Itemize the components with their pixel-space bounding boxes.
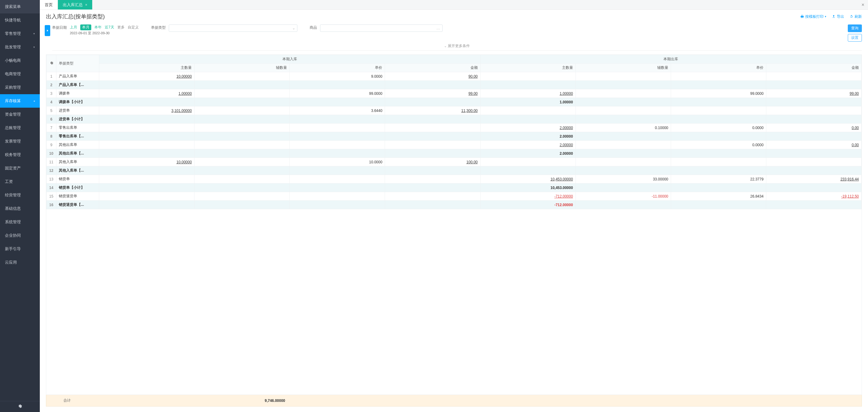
table-cell[interactable]: 10.00000 bbox=[99, 158, 194, 166]
totals-out-main: 9,746.00000 bbox=[251, 399, 288, 403]
table-cell: 9.0000 bbox=[290, 72, 385, 81]
table-cell bbox=[766, 115, 861, 124]
table-cell[interactable]: 99.00 bbox=[766, 89, 861, 98]
table-cell[interactable]: -19,112.50 bbox=[766, 192, 861, 201]
pill-last-month[interactable]: 上月 bbox=[70, 25, 77, 30]
export-button[interactable]: 导出 bbox=[832, 14, 844, 19]
sidebar-item-13[interactable]: 工资 bbox=[0, 175, 40, 188]
table-cell bbox=[99, 183, 194, 192]
table-cell[interactable]: 99.00 bbox=[385, 89, 480, 98]
close-icon[interactable]: × bbox=[85, 3, 87, 7]
sidebar-item-19[interactable]: 云应用 bbox=[0, 256, 40, 269]
pill-recent7[interactable]: 近7天 bbox=[105, 25, 114, 30]
product-input[interactable]: … bbox=[320, 25, 442, 32]
th-out-main[interactable]: 主数量 bbox=[480, 64, 576, 72]
row-index: 2 bbox=[46, 81, 56, 89]
sidebar-item-label: 快捷导航 bbox=[5, 18, 21, 23]
sidebar-item-7[interactable]: 库存核算◂ bbox=[0, 94, 40, 108]
table-cell[interactable]: 10.00000 bbox=[99, 72, 194, 81]
th-out-price[interactable]: 单价 bbox=[671, 64, 766, 72]
sidebar-item-12[interactable]: 固定资产 bbox=[0, 162, 40, 175]
table-cell[interactable]: 1.00000 bbox=[99, 89, 194, 98]
table-scroll[interactable]: 单据类型 本期入库 本期出库 主数量 辅数量 单价 金额 主数量 辅数量 单价 … bbox=[46, 55, 862, 395]
table-cell[interactable]: 1.00000 bbox=[480, 89, 576, 98]
sidebar-item-label: 资金管理 bbox=[5, 112, 21, 117]
th-in-aux[interactable]: 辅数量 bbox=[194, 64, 290, 72]
table-cell bbox=[385, 201, 480, 209]
th-out-aux[interactable]: 辅数量 bbox=[576, 64, 671, 72]
sidebar-item-0[interactable]: 搜索菜单 bbox=[0, 0, 40, 13]
table-cell bbox=[99, 132, 194, 141]
tab-active[interactable]: 出入库汇总 × bbox=[58, 0, 93, 9]
table-cell bbox=[766, 72, 861, 81]
table-cell[interactable]: 11,300.00 bbox=[385, 106, 480, 115]
table-cell[interactable]: 90.00 bbox=[385, 72, 480, 81]
table-cell[interactable]: 233,916.44 bbox=[766, 175, 861, 183]
sidebar-item-6[interactable]: 采购管理 bbox=[0, 81, 40, 94]
settings-button[interactable]: 设置 bbox=[848, 34, 862, 42]
column-settings-button[interactable] bbox=[46, 55, 56, 72]
table-cell bbox=[576, 81, 671, 89]
table-cell[interactable]: 3,101.00000 bbox=[99, 106, 194, 115]
th-in-amount[interactable]: 金额 bbox=[385, 64, 480, 72]
table-cell[interactable]: 2.00000 bbox=[480, 141, 576, 149]
tab-home[interactable]: 首页 bbox=[40, 0, 58, 9]
sidebar-item-18[interactable]: 新手引导 bbox=[0, 242, 40, 256]
table-cell bbox=[385, 175, 480, 183]
pill-custom[interactable]: 自定义 bbox=[128, 25, 139, 30]
chevron-left-icon: ◂ bbox=[33, 99, 35, 102]
sidebar-item-15[interactable]: 基础信息 bbox=[0, 202, 40, 215]
table-cell[interactable]: -712.00000 bbox=[480, 192, 576, 201]
chevron-down-icon: ⌄ bbox=[444, 44, 446, 48]
sidebar-item-9[interactable]: 总账管理 bbox=[0, 121, 40, 135]
table-cell bbox=[385, 81, 480, 89]
print-by-template-button[interactable]: 按模板打印 ▾ bbox=[800, 14, 826, 19]
search-button[interactable]: 查询 bbox=[848, 25, 862, 32]
close-all-tabs[interactable]: × bbox=[858, 2, 868, 8]
sidebar-item-3[interactable]: 批发管理▾ bbox=[0, 40, 40, 54]
table-cell[interactable]: 100.00 bbox=[385, 158, 480, 166]
expand-more-conditions[interactable]: ⌄展开更多条件 bbox=[52, 42, 862, 51]
sidebar-item-5[interactable]: 电商管理 bbox=[0, 67, 40, 81]
table-cell[interactable]: 10,453.00000 bbox=[480, 175, 576, 183]
table-cell bbox=[99, 81, 194, 89]
sidebar-item-4[interactable]: 小畅电商 bbox=[0, 54, 40, 67]
table-cell bbox=[766, 149, 861, 158]
ellipsis-icon: … bbox=[436, 26, 440, 30]
th-out-amount[interactable]: 金额 bbox=[766, 64, 861, 72]
table-cell bbox=[671, 98, 766, 106]
sidebar-item-10[interactable]: 发票管理 bbox=[0, 135, 40, 148]
sidebar-item-2[interactable]: 零售管理▾ bbox=[0, 27, 40, 40]
th-in-price[interactable]: 单价 bbox=[290, 64, 385, 72]
th-in-main[interactable]: 主数量 bbox=[99, 64, 194, 72]
settings-icon[interactable] bbox=[18, 404, 22, 409]
sidebar-item-16[interactable]: 系统管理 bbox=[0, 215, 40, 229]
table-cell: 26.8434 bbox=[671, 192, 766, 201]
pill-more[interactable]: 更多 bbox=[117, 25, 125, 30]
table-cell[interactable]: 0.00 bbox=[766, 124, 861, 132]
table-row: 2产品入库单【... bbox=[46, 81, 862, 89]
refresh-button[interactable]: 刷新 bbox=[849, 14, 862, 19]
row-name: 其他出库单 bbox=[56, 141, 99, 149]
sidebar-item-1[interactable]: 快捷导航 bbox=[0, 13, 40, 27]
pill-this-year[interactable]: 本年 bbox=[94, 25, 102, 30]
sidebar-item-17[interactable]: 企业协同 bbox=[0, 229, 40, 242]
th-doc-type[interactable]: 单据类型 bbox=[56, 55, 99, 72]
pill-this-month[interactable]: 本月 bbox=[80, 25, 91, 30]
table-cell: 2.00000 bbox=[480, 132, 576, 141]
sidebar-item-label: 工资 bbox=[5, 179, 13, 184]
sidebar-item-14[interactable]: 经营管理 bbox=[0, 188, 40, 202]
table-cell bbox=[194, 81, 290, 89]
sidebar-item-label: 发票管理 bbox=[5, 139, 21, 144]
export-icon bbox=[832, 15, 836, 19]
table-cell: 10,453.00000 bbox=[480, 183, 576, 192]
doc-type-select[interactable]: ⌄ bbox=[169, 25, 298, 32]
table-cell[interactable]: 2.00000 bbox=[480, 124, 576, 132]
sidebar-item-8[interactable]: 资金管理 bbox=[0, 108, 40, 121]
row-name: 零售出库单 bbox=[56, 124, 99, 132]
table-cell[interactable]: 0.00 bbox=[766, 141, 861, 149]
sidebar-item-11[interactable]: 税务管理 bbox=[0, 148, 40, 162]
toggle-filter-flyout[interactable] bbox=[45, 25, 50, 36]
table-row: 9其他出库单2.000000.00000.00 bbox=[46, 141, 862, 149]
table-cell: 22.3779 bbox=[671, 175, 766, 183]
